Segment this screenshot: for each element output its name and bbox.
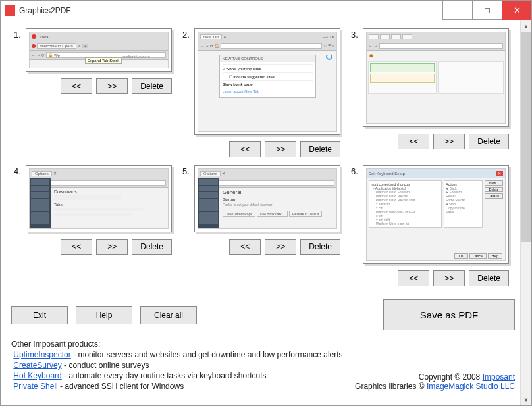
- footer: Other Imposant products: UptimeInspector…: [11, 340, 515, 391]
- next-button[interactable]: >>: [96, 239, 128, 255]
- prev-button[interactable]: <<: [229, 239, 261, 255]
- clear-all-button[interactable]: Clear all: [140, 306, 197, 324]
- scroll-thumb[interactable]: [521, 32, 531, 242]
- app-icon: [5, 5, 15, 16]
- imagemagick-link[interactable]: ImageMagick Studio LLC: [427, 382, 515, 391]
- prev-button[interactable]: <<: [61, 78, 92, 94]
- thumbnail-preview: Options✕ ← → Downloads Tabs: [29, 168, 169, 229]
- thumbnail-frame[interactable]: New Tab✕— □ ✕ ← → ⟳ 🏠 ♡ ☰ ≡ NEW TAB CONT…: [194, 28, 340, 135]
- item-buttons: << >> Delete: [194, 239, 340, 255]
- thumbnail-item: 1. Opera Welcome to Opera✕+ ← → ⟳🔒 We Ex…: [11, 28, 172, 157]
- prev-button[interactable]: <<: [229, 141, 261, 157]
- scroll-down-button[interactable]: ▼: [521, 394, 531, 405]
- vertical-scrollbar[interactable]: ▲ ▼: [520, 20, 531, 405]
- thumbnail-frame[interactable]: Edit Keyboard Setup✕ Input context and s…: [363, 165, 509, 264]
- thumbnail-frame[interactable]: Opera Welcome to Opera✕+ ← → ⟳🔒 We Expan…: [26, 28, 172, 72]
- thumbnail-preview: ← → ⬤: [366, 32, 506, 124]
- thumbnail-preview: Options✕ ← → General Startup Firefox is …: [198, 168, 337, 229]
- sidebar: [198, 178, 219, 229]
- delete-button[interactable]: Delete: [300, 239, 340, 255]
- next-button[interactable]: >>: [265, 141, 296, 157]
- copyright: Copyright © 2008 Imposant Graphics libra…: [355, 372, 515, 391]
- titlebar: Graphics2PDF — □ ✕: [1, 1, 531, 20]
- help-button[interactable]: Help: [76, 306, 132, 324]
- next-button[interactable]: >>: [96, 78, 128, 94]
- item-number: 4.: [14, 166, 21, 176]
- window-title: Graphics2PDF: [19, 6, 442, 15]
- prev-button[interactable]: <<: [61, 239, 92, 255]
- createsurvey-link[interactable]: CreateSurvey: [13, 361, 61, 370]
- dialog: NEW TAB CONTROLS ✓ Show your top sites ☐…: [219, 55, 316, 98]
- next-button[interactable]: >>: [433, 270, 465, 286]
- item-buttons: << >> Delete: [363, 270, 509, 286]
- thumbnail-item: 2. New Tab✕— □ ✕ ← → ⟳ 🏠 ♡ ☰ ≡ NEW TAB C…: [180, 28, 340, 157]
- delete-button[interactable]: Delete: [469, 134, 509, 149]
- bottom-bar: Exit Help Clear all Save as PDF: [11, 297, 515, 333]
- scroll-up-button[interactable]: ▲: [521, 20, 531, 32]
- item-number: 3.: [351, 30, 358, 39]
- thumbnail-grid: 1. Opera Welcome to Opera✕+ ← → ⟳🔒 We Ex…: [11, 28, 515, 286]
- sidebar: [30, 178, 51, 229]
- thumbnail-item: 4. Options✕ ← → Downloads Tabs: [11, 165, 172, 286]
- minimize-button[interactable]: —: [442, 1, 472, 20]
- thumbnail-frame[interactable]: Options✕ ← → Downloads Tabs: [26, 165, 172, 232]
- content-area: 1. Opera Welcome to Opera✕+ ← → ⟳🔒 We Ex…: [1, 20, 531, 405]
- item-buttons: << >> Delete: [194, 141, 340, 157]
- thumbnail-item: 6. Edit Keyboard Setup✕ Input context an…: [348, 165, 509, 286]
- delete-button[interactable]: Delete: [132, 239, 172, 255]
- products-list: Other Imposant products: UptimeInspector…: [11, 340, 355, 391]
- tooltip: Expand Tab Stack: [85, 57, 122, 64]
- item-buttons: << >> Delete: [26, 239, 172, 255]
- exit-button[interactable]: Exit: [11, 306, 68, 324]
- thumbnail-preview: Opera Welcome to Opera✕+ ← → ⟳🔒 We Expan…: [29, 32, 169, 68]
- opera-icon: [32, 44, 36, 48]
- thumbnail-frame[interactable]: ← → ⬤: [363, 28, 509, 127]
- privateshell-link[interactable]: Private Shell: [13, 382, 57, 391]
- opera-icon: [32, 34, 36, 39]
- products-heading: Other Imposant products:: [11, 340, 355, 349]
- item-number: 6.: [351, 166, 358, 176]
- delete-button[interactable]: Delete: [132, 78, 172, 94]
- uptimeinspector-link[interactable]: UptimeInspector: [13, 350, 70, 359]
- item-number: 5.: [182, 166, 190, 176]
- prev-button[interactable]: <<: [398, 134, 429, 149]
- thumbnail-frame[interactable]: Options✕ ← → General Startup Firefox is …: [194, 165, 340, 232]
- item-buttons: << >> Delete: [363, 134, 509, 149]
- imposant-link[interactable]: Imposant: [483, 372, 515, 382]
- spinner-icon: [326, 53, 332, 60]
- save-as-pdf-button[interactable]: Save as PDF: [383, 299, 515, 330]
- maximize-button[interactable]: □: [472, 1, 502, 20]
- thumbnail-preview: New Tab✕— □ ✕ ← → ⟳ 🏠 ♡ ☰ ≡ NEW TAB CONT…: [198, 32, 337, 132]
- item-buttons: << >> Delete: [26, 78, 172, 94]
- thumbnail-item: 5. Options✕ ← → General Startup Firefox …: [180, 165, 340, 286]
- main-area: 1. Opera Welcome to Opera✕+ ← → ⟳🔒 We Ex…: [1, 20, 520, 405]
- next-button[interactable]: >>: [433, 134, 465, 149]
- delete-button[interactable]: Delete: [469, 270, 509, 286]
- item-number: 1.: [14, 30, 21, 39]
- window-buttons: — □ ✕: [442, 1, 531, 20]
- prev-button[interactable]: <<: [398, 270, 429, 286]
- thumbnail-preview: Edit Keyboard Setup✕ Input context and s…: [366, 168, 506, 261]
- hotkeyboard-link[interactable]: Hot Keyboard: [13, 371, 61, 380]
- next-button[interactable]: >>: [265, 239, 296, 255]
- delete-button[interactable]: Delete: [300, 141, 340, 157]
- thumbnail-item: 3. ← → ⬤: [348, 28, 509, 157]
- item-number: 2.: [182, 30, 190, 39]
- app-window: Graphics2PDF — □ ✕ 1. Opera Welcome to O…: [0, 0, 532, 406]
- close-button[interactable]: ✕: [502, 1, 531, 20]
